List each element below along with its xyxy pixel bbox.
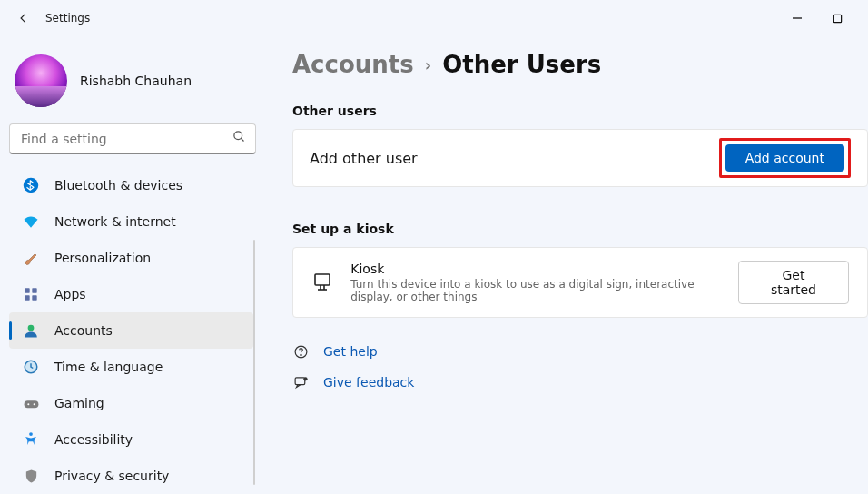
sidebar-item-label: Time & language (54, 360, 163, 374)
sidebar-item-label: Personalization (54, 251, 151, 265)
page-title: Other Users (442, 51, 601, 78)
sidebar-item-gaming[interactable]: Gaming (9, 385, 253, 421)
svg-line-3 (241, 138, 243, 141)
bluetooth-icon (22, 176, 40, 194)
person-icon (22, 321, 40, 340)
avatar (15, 54, 67, 107)
sidebar-item-accessibility[interactable]: Accessibility (9, 421, 253, 458)
kiosk-row: Kiosk Turn this device into a kiosk to u… (292, 247, 868, 318)
user-profile[interactable]: Rishabh Chauhan (9, 49, 256, 124)
sidebar-item-label: Gaming (54, 396, 104, 410)
highlight-annotation: Add account (719, 138, 851, 178)
chevron-right-icon: › (425, 55, 431, 74)
brush-icon (22, 249, 40, 267)
kiosk-title: Kiosk (350, 262, 722, 276)
sidebar-item-label: Accounts (54, 323, 113, 338)
sidebar-item-apps[interactable]: Apps (9, 276, 253, 312)
give-feedback-link[interactable]: Give feedback (323, 375, 414, 390)
other-users-heading: Other users (292, 104, 868, 118)
svg-point-2 (234, 132, 242, 140)
svg-rect-6 (32, 288, 36, 292)
sidebar-item-label: Network & internet (54, 214, 176, 229)
sidebar-item-personalization[interactable]: Personalization (9, 240, 253, 276)
svg-rect-21 (295, 377, 305, 384)
get-help-link[interactable]: Get help (323, 344, 378, 359)
svg-rect-15 (315, 274, 330, 285)
user-name: Rishabh Chauhan (80, 74, 192, 88)
wifi-icon (22, 212, 40, 231)
svg-rect-8 (32, 295, 36, 300)
svg-point-14 (29, 432, 33, 436)
apps-icon (22, 285, 40, 303)
sidebar-nav: Bluetooth & devices Network & internet P… (9, 167, 256, 494)
minimize-button[interactable] (790, 11, 804, 25)
kiosk-heading: Set up a kiosk (292, 222, 868, 236)
clock-icon (22, 358, 40, 376)
get-started-button[interactable]: Get started (738, 261, 849, 304)
breadcrumb-parent[interactable]: Accounts (292, 51, 414, 78)
breadcrumb: Accounts › Other Users (292, 51, 868, 78)
help-icon (292, 343, 309, 360)
accessibility-icon (22, 430, 40, 449)
shield-icon (22, 467, 40, 485)
svg-point-13 (33, 403, 35, 405)
gamepad-icon (22, 394, 40, 412)
main-content: Accounts › Other Users Other users Add o… (265, 36, 868, 494)
feedback-icon (292, 374, 309, 390)
sidebar: Rishabh Chauhan Bluetooth & devices Netw… (0, 36, 265, 494)
sidebar-item-label: Privacy & security (54, 469, 169, 483)
sidebar-item-time-language[interactable]: Time & language (9, 349, 253, 385)
add-other-user-label: Add other user (310, 150, 418, 167)
sidebar-item-accounts[interactable]: Accounts (9, 312, 253, 349)
svg-rect-11 (24, 400, 38, 408)
svg-point-9 (28, 325, 35, 331)
kiosk-icon (310, 270, 334, 295)
maximize-button[interactable] (830, 11, 844, 25)
back-button[interactable] (11, 5, 36, 31)
svg-point-20 (300, 354, 301, 355)
sidebar-item-label: Accessibility (54, 432, 133, 447)
window-title: Settings (45, 12, 90, 25)
svg-rect-1 (833, 15, 841, 22)
sidebar-item-label: Bluetooth & devices (54, 178, 182, 193)
kiosk-subtitle: Turn this device into a kiosk to use as … (350, 278, 722, 303)
sidebar-item-bluetooth[interactable]: Bluetooth & devices (9, 167, 253, 203)
search-input-wrap[interactable] (9, 124, 256, 154)
sidebar-item-network[interactable]: Network & internet (9, 203, 253, 240)
add-account-button[interactable]: Add account (725, 144, 844, 172)
svg-rect-7 (25, 295, 29, 300)
search-icon (232, 130, 246, 147)
sidebar-item-privacy[interactable]: Privacy & security (9, 458, 253, 494)
sidebar-item-label: Apps (54, 287, 86, 301)
add-other-user-row: Add other user Add account (292, 129, 868, 187)
search-input[interactable] (21, 132, 232, 146)
svg-point-12 (27, 403, 29, 405)
svg-rect-5 (25, 288, 29, 292)
svg-point-22 (303, 377, 307, 380)
